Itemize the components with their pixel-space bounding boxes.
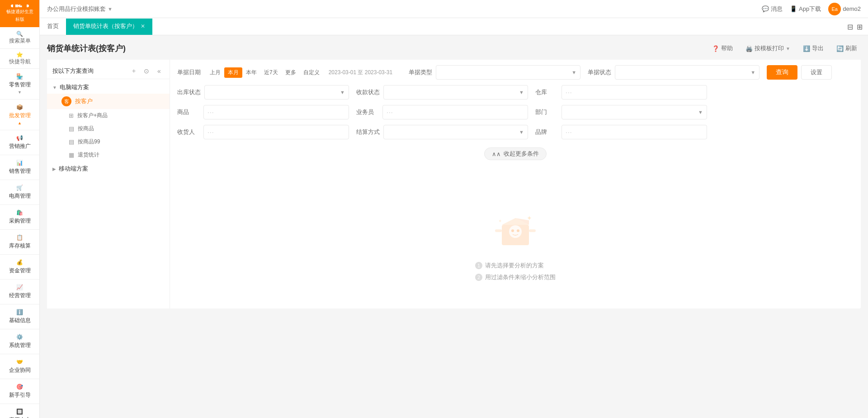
wholesale-arrow-icon: ▲	[18, 121, 22, 125]
home-tab-label: 首页	[47, 22, 59, 30]
export-button[interactable]: ⬇️ 导出	[799, 43, 827, 54]
collapse-scheme-icon[interactable]: «	[154, 66, 164, 76]
filter-staff-field: 业务员 ···	[356, 105, 528, 119]
print-button[interactable]: 🖨️ 按模板打印 ▼	[742, 43, 794, 54]
filter-status-field: 单据状态 ▼	[588, 65, 760, 80]
sidebar-item-marketing[interactable]: 📢 营销推广	[0, 130, 39, 155]
sidebar-item-app-center[interactable]: 🔲 应用中心	[0, 404, 39, 418]
sidebar-item-newbie[interactable]: 🎯 新手引导	[0, 379, 39, 404]
wholesale-icon: 📦	[16, 104, 23, 110]
group-arrow-down-icon: ▼	[52, 85, 57, 90]
avatar: Ea	[828, 3, 841, 15]
date-btn-this-year[interactable]: 本年	[242, 67, 260, 78]
sidebar-item-ecommerce[interactable]: 🛒 电商管理	[0, 180, 39, 205]
tab-close-icon[interactable]: ✕	[141, 23, 145, 29]
query-button[interactable]: 查询	[767, 65, 797, 80]
staff-label: 业务员	[356, 108, 379, 116]
collapse-label: 收起更多条件	[504, 150, 539, 158]
filter-row-4: 收货人 ··· 结算方式 ▼	[177, 125, 854, 139]
tab-home[interactable]: 首页	[40, 19, 66, 35]
warehouse-input[interactable]: ···	[561, 85, 707, 100]
expand-icon[interactable]: ⊞	[857, 23, 863, 31]
receiver-input[interactable]: ···	[203, 125, 349, 139]
filter-receiver-field: 收货人 ···	[177, 125, 349, 139]
scheme-item-goods99[interactable]: ▤ 按商品99	[47, 135, 170, 148]
date-btn-last-month[interactable]: 上月	[206, 67, 224, 78]
sidebar-item-search[interactable]: 🔍 搜索菜单	[0, 27, 39, 49]
scheme-item-goods[interactable]: ▤ 按商品	[47, 122, 170, 135]
sidebar-item-inventory[interactable]: 📋 库存核算	[0, 230, 39, 255]
payment-select[interactable]: ▼	[383, 85, 528, 100]
message-btn[interactable]: 💬 消息	[762, 5, 783, 13]
date-btn-custom[interactable]: 自定义	[300, 67, 323, 78]
sidebar-item-purchase[interactable]: 🛍️ 采购管理	[0, 205, 39, 230]
sidebar-item-management[interactable]: 📈 经营管理	[0, 280, 39, 304]
sidebar-item-sales[interactable]: 📊 销售管理	[0, 155, 39, 180]
sidebar-newbie-label: 新手引导	[9, 391, 31, 399]
scheme-group-desktop-label: 电脑端方案	[60, 83, 89, 91]
staff-input[interactable]: ···	[382, 105, 528, 119]
out-select[interactable]: ▼	[204, 85, 349, 100]
settings-button[interactable]: 设置	[801, 65, 832, 80]
sidebar-item-wholesale[interactable]: 📦 批发管理 ▲	[0, 100, 39, 130]
minimize-icon[interactable]: ⊟	[847, 23, 853, 31]
sidebar: 畅 畅捷通好生意 标版 🔍 搜索菜单 ⭐ 快捷导航 🏪 零售管理 ▼ 📦 批发管…	[0, 0, 40, 418]
retail-arrow-icon: ▼	[18, 90, 22, 95]
scheme-item-returns[interactable]: ▦ 退货统计	[47, 148, 170, 162]
sidebar-item-basic[interactable]: ℹ️ 基础信息	[0, 304, 39, 329]
type-select[interactable]: ▼	[436, 65, 580, 80]
filter-brand-field: 品牌 ···	[535, 125, 707, 139]
date-btn-more[interactable]: 更多	[282, 67, 300, 78]
add-scheme-icon[interactable]: ＋	[129, 66, 139, 76]
app-logo[interactable]: 畅 畅捷通好生意 标版	[0, 0, 39, 27]
industry-selector[interactable]: 办公用品行业模拟账套 ▼	[47, 5, 113, 13]
svg-text:✦: ✦	[498, 218, 502, 223]
receiver-label: 收货人	[177, 128, 200, 136]
refresh-button[interactable]: 🔄 刷新	[833, 43, 861, 54]
settle-label: 结算方式	[356, 128, 380, 136]
export-label: 导出	[812, 44, 824, 52]
date-btn-7days[interactable]: 近7天	[260, 67, 282, 78]
sidebar-item-system[interactable]: ⚙️ 系统管理	[0, 329, 39, 354]
empty-step-1: 1 请先选择要分析的方案	[475, 261, 556, 270]
svg-point-5	[509, 225, 522, 238]
scheme-item-customer-goods[interactable]: ⊞ 按客户+商品	[47, 109, 170, 122]
sidebar-item-corp-collab[interactable]: 🤝 企业协同	[0, 354, 39, 379]
out-label: 出库状态	[177, 88, 201, 96]
collapse-up-icon: ∧∧	[492, 151, 501, 157]
edit-scheme-icon[interactable]: ⊙	[142, 66, 151, 76]
empty-illustration: ✦ ✦	[488, 200, 542, 254]
scheme-group-desktop-header[interactable]: ▼ 电脑端方案	[47, 81, 170, 94]
settle-select[interactable]: ▼	[383, 125, 528, 139]
help-label: 帮助	[721, 44, 733, 52]
brand-label: 品牌	[535, 128, 558, 136]
dept-select[interactable]: ▼	[561, 105, 707, 119]
scheme-item-by-customer[interactable]: 客 按客户	[47, 94, 170, 109]
status-select[interactable]: ▼	[615, 65, 760, 80]
date-btn-this-month[interactable]: 本月	[224, 67, 242, 78]
sidebar-item-quick-nav[interactable]: ⭐ 快捷导航	[0, 49, 39, 69]
app-download-btn[interactable]: 📱 App下载	[790, 5, 821, 13]
svg-point-6	[511, 229, 514, 232]
app-sub: 标版	[15, 16, 24, 23]
collapse-button[interactable]: ∧∧ 收起更多条件	[484, 147, 547, 160]
sidebar-nav-label: 快捷导航	[0, 58, 39, 66]
scheme-panel-header: 按以下方案查询 ＋ ⊙ «	[47, 63, 170, 79]
tab-bar: 首页 销货单统计表（按客户） ✕ ⊟ ⊞	[40, 18, 868, 35]
tab-sales-stats[interactable]: 销货单统计表（按客户） ✕	[66, 19, 152, 35]
workspace: 按以下方案查询 ＋ ⊙ « ▼ 电脑端方案 客	[47, 60, 861, 309]
sidebar-item-finance[interactable]: 💰 资金管理	[0, 255, 39, 280]
goods-input[interactable]: ···	[203, 105, 349, 119]
user-profile[interactable]: Ea demo2	[828, 3, 861, 15]
brand-dots: ···	[566, 128, 572, 136]
brand-input[interactable]: ···	[561, 125, 707, 139]
message-label: 消息	[771, 5, 783, 13]
filter-date-field: 单据日期 上月 本月 本年 近7天 更多 自定义 2023-03-01 至 20…	[177, 67, 392, 78]
warehouse-dots: ···	[566, 89, 572, 96]
filter-row-2: 出库状态 ▼ 收款状态 ▼	[177, 85, 854, 100]
sidebar-item-retail[interactable]: 🏪 零售管理 ▼	[0, 69, 39, 100]
help-button[interactable]: ❓ 帮助	[708, 43, 736, 54]
main-buttons: 查询 设置	[767, 65, 832, 80]
scheme-group-mobile-header[interactable]: ▶ 移动端方案	[47, 162, 170, 175]
svg-rect-9	[529, 229, 536, 232]
